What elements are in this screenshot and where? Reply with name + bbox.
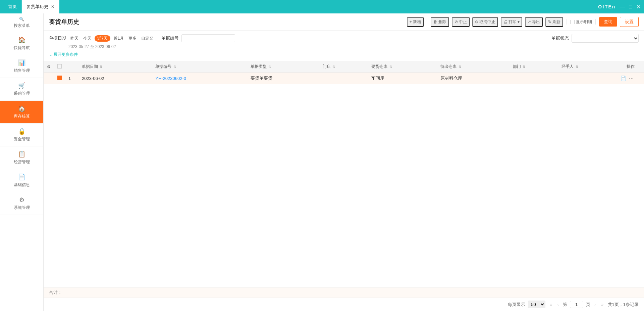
page-header: 要货单历史 + 新增 🗑 删除 ⊘ 中止 ⊘ 取消中止 🖨 打 xyxy=(44,13,644,31)
sidebar-item-label: 资金管理 xyxy=(14,136,30,142)
sidebar-item-quick-nav[interactable]: 🏠 快捷导航 xyxy=(0,32,43,55)
query-button[interactable]: 查询 xyxy=(599,17,617,27)
inventory-icon: 🏠 xyxy=(18,105,25,112)
col-pending-warehouse: 待出仓库 ⇅ xyxy=(437,61,509,73)
header-actions: + 新增 🗑 删除 ⊘ 中止 ⊘ 取消中止 🖨 打印 ▾ xyxy=(407,17,639,27)
chevron-down-icon: ⌄ xyxy=(49,52,52,57)
sidebar-item-operations[interactable]: 📋 经营管理 xyxy=(0,146,43,169)
minimize-icon[interactable]: — xyxy=(620,4,625,10)
ops-icon: 📋 xyxy=(18,150,25,158)
per-page-select[interactable]: 50 10 20 100 xyxy=(528,301,545,308)
pagination-bar: 每页显示 50 10 20 100 « ‹ 第 页 › » 共1页，1条记录 xyxy=(44,298,644,311)
settings-button[interactable]: 设置 xyxy=(620,17,639,27)
more-action-icon[interactable]: ⋯ xyxy=(629,76,634,81)
export-button[interactable]: ↗ 导出 xyxy=(525,17,543,27)
sidebar-item-system[interactable]: ⚙ 系统管理 xyxy=(0,192,43,215)
basic-icon: 📄 xyxy=(18,173,25,181)
cell-checkbox xyxy=(54,73,65,84)
cart-icon: 🛒 xyxy=(18,82,25,89)
date-tab-custom[interactable]: 自定义 xyxy=(140,35,155,42)
window-close-icon[interactable]: ✕ xyxy=(636,4,641,10)
date-tab-more[interactable]: 更多 xyxy=(127,35,138,42)
cell-store xyxy=(319,73,368,84)
sort-icon[interactable]: ⇅ xyxy=(523,65,525,69)
cell-pending-warehouse: 原材料仓库 xyxy=(437,73,509,84)
date-tab-7days[interactable]: 近7天 xyxy=(95,35,110,42)
cell-actions: 📄 ⋯ xyxy=(617,73,644,84)
display-detail-toggle[interactable]: 显示明细 xyxy=(570,19,592,25)
refresh-label: 刷新 xyxy=(552,19,560,25)
export-label: 导出 xyxy=(532,19,540,25)
col-row-num xyxy=(65,61,78,73)
content-area: 要货单历史 + 新增 🗑 删除 ⊘ 中止 ⊘ 取消中止 🖨 打 xyxy=(44,13,644,311)
tab-close-icon[interactable]: ✕ xyxy=(51,4,54,9)
date-tab-today[interactable]: 今天 xyxy=(82,35,93,42)
sort-icon[interactable]: ⇅ xyxy=(576,65,578,69)
stop-button[interactable]: ⊘ 中止 xyxy=(452,17,470,27)
date-tab-month[interactable]: 近1月 xyxy=(112,35,125,42)
sort-icon[interactable]: ⇅ xyxy=(389,65,392,69)
print-button[interactable]: 🖨 打印 ▾ xyxy=(501,17,522,27)
doc-number-link[interactable]: YH-20230602-0 xyxy=(155,76,186,81)
sort-icon[interactable]: ⇅ xyxy=(268,65,271,69)
display-detail-checkbox[interactable] xyxy=(570,20,575,24)
sidebar-item-basic[interactable]: 📄 基础信息 xyxy=(0,169,43,192)
sort-icon[interactable]: ⇅ xyxy=(100,65,102,69)
sidebar-item-label: 采购管理 xyxy=(14,91,30,96)
delete-button[interactable]: 🗑 删除 xyxy=(431,17,449,27)
col-department: 部门 ⇅ xyxy=(509,61,558,73)
sidebar-item-label: 销售管理 xyxy=(14,68,30,74)
cancel-stop-label: 取消中止 xyxy=(479,19,495,25)
view-action-icon[interactable]: 📄 xyxy=(621,76,626,81)
tab-active[interactable]: 要货单历史 ✕ xyxy=(22,0,59,13)
col-handler: 经手人 ⇅ xyxy=(558,61,617,73)
sidebar-item-purchase[interactable]: 🛒 采购管理 xyxy=(0,78,43,101)
sidebar-item-sales[interactable]: 📊 销售管理 xyxy=(0,55,43,78)
gear-icon: ⚙ xyxy=(19,196,24,204)
prev-page-button[interactable]: ‹ xyxy=(556,301,560,308)
divider3 xyxy=(595,19,596,25)
sidebar-item-inventory[interactable]: 🏠 库存核算 xyxy=(0,101,43,124)
cell-doc-type: 要货单要货 xyxy=(247,73,319,84)
tab-home[interactable]: 首页 xyxy=(3,0,22,13)
col-doc-number: 单据编号 ⇅ xyxy=(152,61,247,73)
refresh-icon: ↻ xyxy=(548,19,551,24)
doc-status-select[interactable] xyxy=(572,34,639,43)
expand-filter-button[interactable]: ⌄ 展开更多条件 xyxy=(49,52,639,57)
doc-number-input[interactable] xyxy=(181,34,235,42)
print-dropdown-icon: ▾ xyxy=(518,19,520,24)
sidebar-search[interactable]: 🔍 搜索菜单 xyxy=(0,13,43,32)
cell-department xyxy=(509,73,558,84)
first-page-button[interactable]: « xyxy=(548,301,553,308)
brand-text: OfTEn xyxy=(598,4,615,9)
expand-label: 展开更多条件 xyxy=(54,52,78,57)
cell-doc-number[interactable]: YH-20230602-0 xyxy=(152,73,247,84)
sort-icon[interactable]: ⇅ xyxy=(459,65,461,69)
column-settings-icon[interactable]: ⚙ xyxy=(47,64,51,69)
doc-number-label: 单据编号 xyxy=(161,35,179,41)
search-icon: 🔍 xyxy=(19,17,24,21)
table-row: 1 2023-06-02 YH-20230602-0 要货单要货 车间库 原材料… xyxy=(44,73,644,84)
divider xyxy=(427,19,427,25)
next-page-button[interactable]: › xyxy=(593,301,597,308)
sort-icon[interactable]: ⇅ xyxy=(173,65,176,69)
refresh-button[interactable]: ↻ 刷新 xyxy=(545,17,563,27)
new-button[interactable]: + 新增 xyxy=(407,17,424,27)
sidebar-item-label: 系统管理 xyxy=(14,205,30,211)
sort-icon[interactable]: ⇅ xyxy=(332,65,335,69)
last-page-button[interactable]: » xyxy=(600,301,605,308)
display-detail-label: 显示明细 xyxy=(576,19,592,25)
row-checkbox[interactable] xyxy=(57,76,62,80)
maximize-icon[interactable]: □ xyxy=(629,4,632,10)
cancel-stop-button[interactable]: ⊘ 取消中止 xyxy=(472,17,498,27)
sidebar-item-finance[interactable]: 🔒 资金管理 xyxy=(0,124,43,146)
print-label: 打印 xyxy=(508,19,517,25)
col-checkbox xyxy=(54,61,65,73)
page-number-input[interactable] xyxy=(570,301,583,308)
sidebar-item-label: 快捷导航 xyxy=(14,45,30,51)
date-tab-yesterday[interactable]: 昨天 xyxy=(69,35,80,42)
print-icon: 🖨 xyxy=(503,19,507,24)
select-all-checkbox[interactable] xyxy=(57,64,62,69)
cell-settings xyxy=(44,73,54,84)
col-req-warehouse: 要货仓库 ⇅ xyxy=(368,61,437,73)
